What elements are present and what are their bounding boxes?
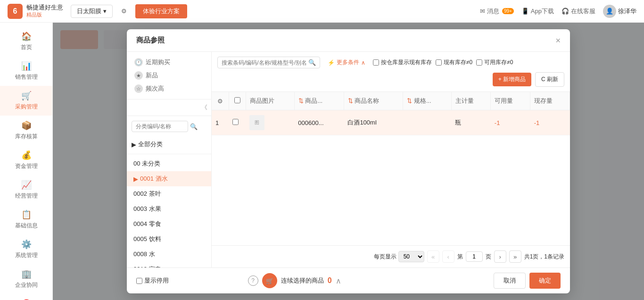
- confirm-button[interactable]: 确定: [529, 273, 561, 289]
- product-search-box: 🔍: [217, 57, 320, 68]
- row-code: 000600...: [294, 110, 344, 135]
- page-size-select: 每页显示 50 10 20 100: [374, 251, 424, 262]
- cart-button[interactable]: 🛒: [262, 273, 277, 288]
- sort-up-icon: ⇅: [298, 97, 304, 104]
- table-row[interactable]: 1 图 000600... 白酒100ml 瓶 -1 -1: [212, 110, 570, 135]
- cat-item-0002[interactable]: 0002 茶叶: [127, 186, 211, 201]
- row-image: 图: [246, 110, 294, 135]
- nav-selector[interactable]: 日太阳膜 ▾: [71, 5, 113, 18]
- cat-item-0005[interactable]: 0005 饮料: [127, 232, 211, 247]
- nav-messages[interactable]: ✉ 消息 99+: [480, 7, 514, 16]
- cat-0002-label: 0002 茶叶: [133, 190, 161, 198]
- sidebar-item-operation[interactable]: 📈 经营管理: [0, 175, 52, 205]
- sidebar-item-system[interactable]: ⚙️ 系统管理: [0, 234, 52, 264]
- sidebar-label-inventory: 库存核算: [15, 133, 38, 141]
- col-settings[interactable]: ⚙: [212, 92, 229, 110]
- page-number-input[interactable]: [466, 251, 483, 262]
- select-all-checkbox[interactable]: [234, 97, 240, 103]
- cat-0005-label: 0005 饮料: [133, 235, 161, 243]
- col-code[interactable]: ⇅ 商品...: [294, 92, 344, 110]
- dialog-footer: 显示停用 ? 🛒 连续选择的商品 0 ∧ 取消: [127, 267, 570, 293]
- search-icon[interactable]: 🔍: [308, 59, 316, 66]
- warehouse-checkbox[interactable]: [373, 59, 379, 66]
- page-label: 第: [457, 253, 463, 261]
- prev-page-button[interactable]: ‹: [442, 250, 454, 263]
- experience-button[interactable]: 体验行业方案: [135, 4, 187, 18]
- cat-item-0008[interactable]: 0008 水: [127, 247, 211, 262]
- quick-filter-recent[interactable]: 🕐 近期购买: [132, 56, 206, 69]
- available-checkbox[interactable]: [476, 59, 482, 66]
- quick-filter-frequent[interactable]: ☆ 频次高: [132, 82, 206, 95]
- cat-item-all[interactable]: ▶ 全部分类: [127, 137, 211, 152]
- col-checkbox: [229, 92, 246, 110]
- category-search-input[interactable]: [132, 121, 188, 132]
- cat-item-0001[interactable]: ▶ 0001 酒水: [127, 171, 211, 186]
- sidebar-item-guide[interactable]: 🎯 新手引导: [0, 294, 52, 300]
- checkbox-inventory-filter[interactable]: 现有库存≠0: [436, 58, 472, 67]
- sidebar-item-enterprise[interactable]: 🏢 企业协同: [0, 264, 52, 294]
- cat-item-0004[interactable]: 0004 零食: [127, 217, 211, 232]
- nav-app-download[interactable]: 📱 App下载: [521, 7, 554, 16]
- chevron-down-icon: ▾: [103, 8, 107, 15]
- show-stopped-label: 显示停用: [144, 276, 169, 285]
- cat-item-00[interactable]: 00 未分类: [127, 156, 211, 171]
- logo-sub: 精品版: [26, 11, 63, 18]
- collapse-panel-button[interactable]: 《: [127, 100, 211, 116]
- logo-area: 6 畅捷通好生意 精品版: [8, 4, 63, 19]
- arrow-icon: ▶: [132, 141, 136, 148]
- sidebar-item-basic[interactable]: 📋 基础信息: [0, 205, 52, 234]
- search-icon[interactable]: 🔍: [190, 123, 198, 130]
- content-area: 商品参照 × 🕐 近期购买 ★: [53, 23, 644, 300]
- product-data-table: ⚙ 商品图片 ⇅ 商品...: [212, 92, 570, 135]
- cat-item-0010[interactable]: 0010 家电: [127, 262, 211, 267]
- message-icon: ✉: [480, 8, 485, 15]
- col-name[interactable]: ⇅ 商品名称: [344, 92, 403, 110]
- main-layout: 🏠 首页 📊 销售管理 🛒 采购管理 📦 库存核算 💰 资金管理 📈 经营管理 …: [0, 23, 644, 300]
- nav-right: ✉ 消息 99+ 📱 App下载 🎧 在线客服 👤 徐泽华: [480, 5, 636, 18]
- gear-icon[interactable]: ⚙: [116, 4, 132, 19]
- help-icon[interactable]: ?: [248, 275, 258, 286]
- product-search-input[interactable]: [222, 59, 306, 66]
- recent-icon: 🕐: [134, 58, 143, 67]
- add-product-button[interactable]: + 新增商品: [493, 73, 531, 86]
- cat-00-label: 00 未分类: [133, 159, 160, 168]
- sidebar: 🏠 首页 📊 销售管理 🛒 采购管理 📦 库存核算 💰 资金管理 📈 经营管理 …: [0, 23, 53, 300]
- col-image: 商品图片: [246, 92, 294, 110]
- close-icon[interactable]: ×: [555, 36, 561, 45]
- finance-icon: 💰: [21, 150, 32, 160]
- next-page-button[interactable]: ›: [494, 250, 506, 263]
- sidebar-item-sales[interactable]: 📊 销售管理: [0, 56, 52, 86]
- show-stopped-checkbox[interactable]: 显示停用: [136, 276, 169, 285]
- category-search: 🔍: [127, 116, 211, 135]
- checkbox-available-filter[interactable]: 可用库存≠0: [476, 58, 513, 67]
- col-spec[interactable]: ⇅ 规格...: [403, 92, 451, 110]
- checkbox-warehouse-filter[interactable]: 按仓库显示现有库存: [373, 58, 432, 67]
- sidebar-item-finance[interactable]: 💰 资金管理: [0, 145, 52, 175]
- collapse-up-icon[interactable]: ∧: [336, 276, 341, 285]
- row-stock: -1: [530, 110, 570, 135]
- sidebar-item-inventory[interactable]: 📦 库存核算: [0, 116, 52, 145]
- frequent-icon: ☆: [134, 84, 143, 93]
- row-unit: 瓶: [451, 110, 491, 135]
- row-checkbox[interactable]: [229, 110, 246, 135]
- quick-filter-frequent-label: 频次高: [146, 84, 164, 93]
- page-size-dropdown[interactable]: 50 10 20 100: [398, 251, 424, 262]
- warehouse-label: 按仓库显示现有库存: [381, 58, 432, 67]
- refresh-button[interactable]: C 刷新: [535, 72, 564, 87]
- cancel-button[interactable]: 取消: [494, 273, 526, 289]
- sidebar-item-home[interactable]: 🏠 首页: [0, 26, 52, 56]
- nav-online-service[interactable]: 🎧 在线客服: [561, 7, 595, 16]
- first-page-button[interactable]: «: [427, 250, 439, 263]
- last-page-button[interactable]: »: [509, 250, 521, 263]
- cat-0004-label: 0004 零食: [133, 220, 161, 228]
- dialog-body: 🕐 近期购买 ★ 新品 ☆ 频次高: [127, 52, 570, 267]
- stopped-checkbox[interactable]: [136, 278, 142, 284]
- quick-filter-new[interactable]: ★ 新品: [132, 69, 206, 82]
- sidebar-item-purchase[interactable]: 🛒 采购管理: [0, 86, 52, 116]
- inventory-checkbox[interactable]: [436, 59, 442, 66]
- product-reference-dialog: 商品参照 × 🕐 近期购买 ★: [127, 29, 570, 293]
- row-select-checkbox[interactable]: [232, 119, 239, 125]
- user-info[interactable]: 👤 徐泽华: [603, 5, 636, 18]
- cat-item-0003[interactable]: 0003 水果: [127, 201, 211, 217]
- more-filters-button[interactable]: ⚡ 更多条件 ∧: [324, 57, 369, 68]
